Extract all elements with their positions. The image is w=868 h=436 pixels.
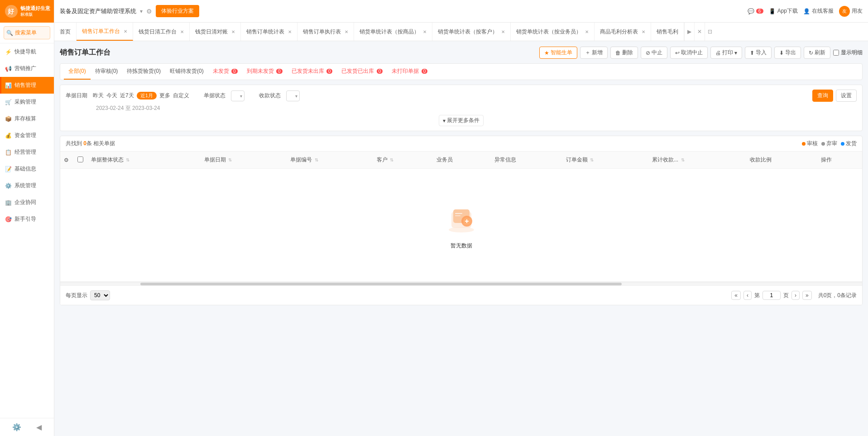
tab-sales-workbench[interactable]: 销售订单工作台 ✕	[77, 23, 133, 41]
tab-sales-exec[interactable]: 销售订单执行表 ✕	[297, 23, 354, 41]
tab-close-icon[interactable]: ✕	[180, 29, 184, 34]
tab-cash-daily[interactable]: 钱货日清工作台 ✕	[133, 23, 190, 41]
sidebar-item-sales[interactable]: 📊 销售管理	[0, 77, 54, 94]
tab-nav-close[interactable]: ✕	[694, 23, 705, 41]
prev-page-button[interactable]: ‹	[743, 291, 752, 300]
page-nav: « ‹ 第 页 › » 共0页，0条记录	[731, 291, 857, 300]
chevron-down-icon: ▾	[443, 118, 446, 124]
date-opt-today[interactable]: 今天	[106, 92, 117, 100]
sidebar-item-system[interactable]: ⚙️ 系统管理	[0, 177, 54, 194]
cancel-stop-button[interactable]: ↩ 取消中止	[670, 47, 708, 59]
sort-icon[interactable]: ⇅	[681, 157, 685, 162]
tab-cash-reconcile[interactable]: 钱货日清对账 ✕	[190, 23, 241, 41]
sidebar-item-basic[interactable]: 📝 基础信息	[0, 161, 54, 177]
export-button[interactable]: ⬇ 导出	[774, 47, 801, 59]
review-action-btn[interactable]: 审核	[802, 140, 818, 147]
cancel-review-action-btn[interactable]: 弃审	[821, 140, 837, 147]
sub-tab-shipped-out[interactable]: 已发货已出库 0	[337, 64, 387, 80]
setting-button[interactable]: 设置	[836, 90, 857, 102]
settings-icon[interactable]: ⚙️	[12, 423, 21, 431]
sort-icon[interactable]: ⇅	[390, 157, 393, 162]
sidebar-item-purchase[interactable]: 🛒 采购管理	[0, 94, 54, 110]
smart-create-button[interactable]: ★ 智能生单	[539, 47, 577, 59]
message-button[interactable]: 💬 6	[748, 8, 763, 14]
tab-close-icon[interactable]: ✕	[642, 29, 645, 34]
search-button[interactable]: 查询	[812, 90, 833, 102]
tab-close-icon[interactable]: ✕	[124, 29, 127, 34]
online-service-button[interactable]: 👤 在线客服	[803, 7, 834, 15]
sort-icon[interactable]: ⇅	[590, 157, 594, 162]
page-number-input[interactable]	[762, 291, 781, 300]
data-table: ⚙ 单据整体状态 ⇅ 单据日期 ⇅ 单据编号 ⇅	[60, 152, 862, 282]
tab-close-icon[interactable]: ✕	[585, 29, 589, 34]
sub-tab-pending-inspect[interactable]: 待拣货验货(0)	[122, 64, 165, 80]
sub-tab-pending-review[interactable]: 待审核(0)	[91, 64, 123, 80]
tab-close-icon[interactable]: ✕	[231, 29, 235, 34]
date-opt-last1month[interactable]: 近1月	[137, 92, 157, 100]
tab-sales-profit[interactable]: 销售毛利	[651, 23, 684, 41]
settings-gear-icon[interactable]: ⚙	[146, 8, 152, 15]
sidebar-item-finance[interactable]: 💰 资金管理	[0, 127, 54, 144]
industry-solution-button[interactable]: 体验行业方案	[156, 5, 199, 17]
date-opt-last7[interactable]: 近7天	[120, 92, 134, 100]
sidebar-item-operation[interactable]: 📋 经营管理	[0, 144, 54, 161]
col-checkbox[interactable]	[74, 152, 87, 169]
tab-nav-more[interactable]: ▶	[684, 23, 694, 41]
sub-tab-shipped-not-out[interactable]: 已发货未出库 0	[287, 64, 337, 80]
sort-icon[interactable]: ⇅	[228, 157, 232, 162]
scroll-indicator[interactable]	[60, 282, 862, 285]
sub-tab-not-printed[interactable]: 未打印单据 0	[387, 64, 432, 80]
col-salesperson-label: 业务员	[436, 156, 453, 163]
tab-sales-summary-product[interactable]: 销货单统计表（按商品） ✕	[354, 23, 432, 41]
tab-close-icon[interactable]: ✕	[501, 29, 505, 34]
sidebar-item-guide[interactable]: 🎯 新手引导	[0, 211, 54, 227]
search-menu-button[interactable]: 🔍 搜索菜单	[4, 26, 50, 39]
import-button[interactable]: ⬆ 导入	[745, 47, 772, 59]
app-download-button[interactable]: 📱 App下载	[769, 7, 798, 15]
sort-icon[interactable]: ⇅	[315, 157, 318, 162]
stop-button[interactable]: ⊘ 中止	[641, 47, 667, 59]
date-opt-custom[interactable]: 自定义	[173, 92, 189, 100]
sub-tab-expired-not-shipped[interactable]: 到期未发货 0	[242, 64, 287, 80]
import-icon: ⬆	[750, 50, 754, 56]
select-all-checkbox[interactable]	[77, 156, 83, 162]
add-button[interactable]: ＋ 新增	[580, 47, 608, 59]
tab-nav-expand[interactable]: ⊡	[705, 23, 715, 41]
sidebar-item-inventory[interactable]: 📦 库存核算	[0, 110, 54, 127]
dropdown-icon[interactable]: ▾	[140, 8, 143, 14]
scroll-thumb[interactable]	[140, 283, 622, 285]
sidebar-item-quick-nav[interactable]: ⚡ 快捷导航	[0, 43, 54, 60]
tab-close-icon[interactable]: ✕	[288, 29, 292, 34]
first-page-button[interactable]: «	[731, 291, 741, 300]
tab-close-icon[interactable]: ✕	[345, 29, 348, 34]
per-page-select[interactable]: 50	[90, 290, 110, 300]
sub-tab-all[interactable]: 全部(0)	[64, 64, 91, 80]
tab-product-margin[interactable]: 商品毛利分析表 ✕	[595, 23, 651, 41]
print-button[interactable]: 🖨 打印 ▾	[710, 47, 742, 59]
ship-action-btn[interactable]: 发货	[841, 140, 857, 147]
show-detail-input[interactable]	[833, 50, 839, 56]
date-opt-more[interactable]: 更多	[159, 92, 170, 100]
collapse-icon[interactable]: ◀	[36, 423, 42, 431]
date-opt-yesterday[interactable]: 昨天	[93, 92, 104, 100]
sub-tab-not-shipped[interactable]: 未发货 0	[208, 64, 242, 80]
tab-sales-summary-staff[interactable]: 销货单统计表（按业务员） ✕	[511, 23, 595, 41]
payment-select[interactable]	[286, 90, 300, 101]
status-select[interactable]	[231, 90, 245, 101]
sub-tab-wangpu[interactable]: 旺铺待发货(0)	[165, 64, 208, 80]
refresh-button[interactable]: ↻ 刷新	[804, 47, 830, 59]
sidebar-item-enterprise[interactable]: 🏢 企业协同	[0, 194, 54, 211]
show-detail-checkbox[interactable]: 显示明细	[833, 49, 863, 57]
tab-sales-summary-customer[interactable]: 销货单统计表（按客户） ✕	[432, 23, 511, 41]
delete-button[interactable]: 🗑 删除	[610, 47, 638, 59]
last-page-button[interactable]: »	[802, 291, 812, 300]
col-settings[interactable]: ⚙	[60, 152, 74, 169]
tab-sales-stat[interactable]: 销售订单统计表 ✕	[241, 23, 297, 41]
tab-close-icon[interactable]: ✕	[423, 29, 427, 34]
tab-home[interactable]: 首页	[54, 23, 77, 41]
expand-filter-button[interactable]: ▾ 展开更多条件	[439, 115, 484, 126]
sidebar-item-marketing[interactable]: 📢 营销推广	[0, 60, 54, 77]
next-page-button[interactable]: ›	[791, 291, 800, 300]
user-button[interactable]: 友 用友	[839, 6, 863, 17]
sort-icon[interactable]: ⇅	[126, 157, 129, 162]
